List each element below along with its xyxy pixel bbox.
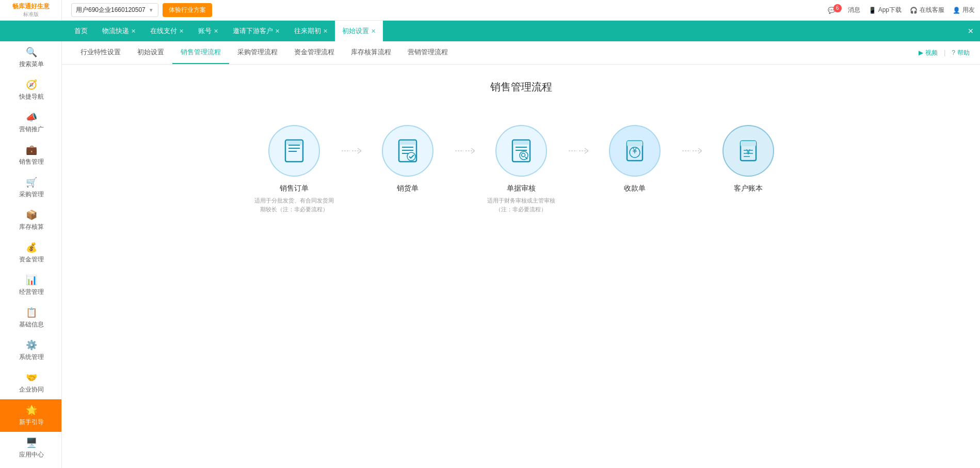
svg-rect-4 — [286, 141, 302, 145]
sidebar-label-finance: 资金管理 — [19, 255, 44, 264]
sub-tab-initial[interactable]: 初始设置 — [129, 41, 172, 64]
nav-tab-logistics[interactable]: 物流快递 ✕ — [95, 21, 143, 41]
sub-tab-sales-flow[interactable]: 销售管理流程 — [172, 41, 229, 64]
online-service-item[interactable]: 🎧 在线客服 — [910, 6, 944, 14]
nav-tab-invite[interactable]: 邀请下游客户 ✕ — [226, 21, 287, 41]
sidebar-item-purchase[interactable]: 🛒 采购管理 — [0, 171, 61, 204]
sidebar-item-operations[interactable]: 📊 经营管理 — [0, 269, 61, 302]
nav-tab-payment[interactable]: 在线支付 ✕ — [143, 21, 191, 41]
arrow-3 — [563, 125, 593, 156]
basic-info-icon: 📋 — [26, 307, 37, 318]
app-version: 标准版 — [23, 11, 39, 18]
sidebar-item-quicknav[interactable]: 🧭 快捷导航 — [0, 74, 61, 106]
sidebar-label-sales: 销售管理 — [19, 158, 44, 166]
close-icon[interactable]: ✕ — [214, 28, 218, 35]
compass-icon: 🧭 — [26, 79, 37, 90]
message-label: 消息 — [848, 6, 860, 14]
sidebar-label-system: 系统管理 — [19, 353, 44, 362]
sidebar-label-search: 搜索菜单 — [19, 60, 44, 69]
sidebar-label-inventory: 库存核算 — [19, 223, 44, 231]
sub-tab-inventory-flow[interactable]: 库存核算流程 — [343, 41, 399, 64]
experience-button[interactable]: 体验行业方案 — [163, 3, 212, 17]
flow-content: 销售管理流程 销售订单 适用于分批发货、有合同发货周期较长（ — [62, 65, 980, 468]
sidebar: 🔍 搜索菜单 🧭 快捷导航 📣 营销推广 💼 销售管理 🛒 采购管理 📦 库存核… — [0, 41, 62, 468]
online-service-label: 在线客服 — [920, 6, 944, 14]
sub-tab-purchase-flow[interactable]: 采购管理流程 — [229, 41, 286, 64]
sidebar-item-apps[interactable]: 🖥️ 应用中心 — [0, 432, 61, 464]
flow-step-review[interactable]: 单据审核 适用于财务审核或主管审核（注：非必要流程） — [480, 125, 563, 213]
sidebar-label-apps: 应用中心 — [19, 450, 44, 459]
sidebar-item-marketing[interactable]: 📣 营销推广 — [0, 106, 61, 139]
flow-step-account[interactable]: ¥ 客户账本 — [707, 125, 790, 196]
sub-tab-finance-flow[interactable]: 资金管理流程 — [286, 41, 343, 64]
order-icon — [281, 138, 307, 164]
sidebar-label-operations: 经营管理 — [19, 288, 44, 297]
page-title: 销售管理流程 — [490, 80, 552, 94]
inventory-icon: 📦 — [26, 209, 37, 221]
nav-tab-period[interactable]: 往来期初 ✕ — [287, 21, 335, 41]
help-link[interactable]: ? 帮助 — [952, 49, 970, 57]
close-icon[interactable]: ✕ — [371, 28, 376, 35]
flow-step-order[interactable]: 销售订单 适用于分批发货、有合同发货周期较长（注：非必要流程） — [253, 125, 335, 213]
app-name: 畅库通好生意 — [12, 2, 50, 11]
guide-icon: 🌟 — [26, 404, 37, 416]
close-icon[interactable]: ✕ — [323, 28, 328, 35]
close-icon[interactable]: ✕ — [131, 28, 136, 35]
nav-close-all-button[interactable]: ✕ — [961, 27, 980, 35]
svg-point-12 — [407, 152, 415, 161]
flow-step-receipt[interactable]: ¥ 收款单 — [593, 125, 676, 196]
purchase-icon: 🛒 — [26, 177, 37, 188]
close-icon[interactable]: ✕ — [179, 28, 184, 35]
sidebar-item-wechat[interactable]: 💬 企业微信 — [0, 464, 61, 468]
sidebar-item-inventory[interactable]: 📦 库存核算 — [0, 204, 61, 237]
chevron-down-icon: ▼ — [149, 7, 154, 13]
sidebar-item-search[interactable]: 🔍 搜索菜单 — [0, 41, 61, 74]
svg-rect-31 — [741, 141, 756, 146]
sidebar-item-finance[interactable]: 💰 资金管理 — [0, 237, 61, 269]
search-icon: 🔍 — [26, 46, 37, 58]
finance-icon: 💰 — [26, 242, 37, 253]
step-circle-order — [268, 125, 320, 177]
step-label-review: 单据审核 — [507, 184, 536, 193]
step-circle-receipt: ¥ — [609, 125, 661, 177]
sidebar-item-system[interactable]: ⚙️ 系统管理 — [0, 334, 61, 367]
sidebar-label-purchase: 采购管理 — [19, 190, 44, 199]
sidebar-label-guide: 新手引导 — [19, 418, 44, 427]
nav-tabs: 首页 物流快递 ✕ 在线支付 ✕ 账号 ✕ 邀请下游客户 ✕ 往来期初 ✕ 初始… — [0, 21, 980, 41]
enterprise-icon: 🤝 — [26, 372, 37, 383]
app-download-item[interactable]: 📱 App下载 — [869, 6, 902, 14]
sidebar-item-guide[interactable]: 🌟 新手引导 — [0, 399, 61, 432]
nav-tab-home[interactable]: 首页 — [67, 21, 95, 41]
sidebar-label-marketing: 营销推广 — [19, 125, 44, 134]
arrow-2 — [449, 125, 480, 156]
sidebar-label-quicknav: 快捷导航 — [19, 92, 44, 101]
sidebar-item-basic-info[interactable]: 📋 基础信息 — [0, 302, 61, 334]
sales-icon: 💼 — [26, 144, 37, 155]
step-label-order: 销售订单 — [280, 184, 309, 193]
close-icon[interactable]: ✕ — [275, 28, 280, 35]
message-icon-item[interactable]: 💬 6 消息 — [828, 6, 860, 14]
marketing-icon: 📣 — [26, 112, 37, 123]
sub-tab-marketing-flow[interactable]: 营销管理流程 — [399, 41, 456, 64]
user-avatar-item[interactable]: 👤 用友 — [953, 6, 975, 14]
step-label-invoice: 销货单 — [397, 184, 419, 193]
user-selector[interactable]: 用户690企业1660120507 ▼ — [71, 3, 158, 17]
video-link[interactable]: ▶ 视频 — [919, 49, 938, 57]
step-label-receipt: 收款单 — [624, 184, 646, 193]
sub-tab-industry[interactable]: 行业特性设置 — [72, 41, 129, 64]
sidebar-item-sales[interactable]: 💼 销售管理 — [0, 139, 61, 171]
logo: 畅库通好生意 标准版 — [0, 0, 62, 21]
flow-step-invoice[interactable]: 销货单 — [366, 125, 449, 196]
svg-rect-8 — [399, 141, 416, 145]
gear-icon: ⚙️ — [26, 339, 37, 351]
sub-tabs: 行业特性设置 初始设置 销售管理流程 采购管理流程 资金管理流程 库存核算流程 — [62, 41, 980, 65]
app-download-label: App下载 — [878, 6, 902, 14]
svg-text:¥: ¥ — [746, 148, 750, 156]
arrow-1 — [335, 125, 366, 156]
nav-tab-account[interactable]: 账号 ✕ — [191, 21, 226, 41]
operations-icon: 📊 — [26, 274, 37, 286]
sidebar-item-enterprise[interactable]: 🤝 企业协同 — [0, 367, 61, 399]
step-label-account: 客户账本 — [734, 184, 763, 193]
nav-tab-init[interactable]: 初始设置 ✕ — [335, 21, 383, 41]
arrow-4 — [676, 125, 707, 156]
